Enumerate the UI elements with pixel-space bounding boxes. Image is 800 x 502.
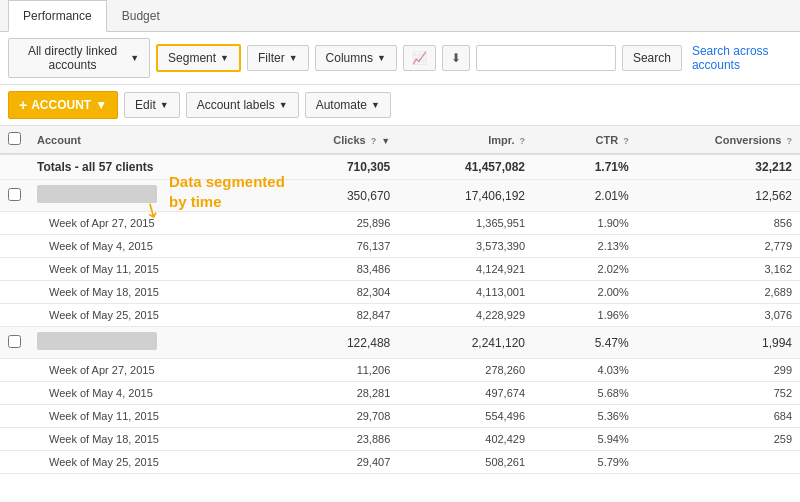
week-impr: 402,429: [398, 428, 533, 451]
filter-dropdown-btn[interactable]: Filter ▼: [247, 45, 309, 71]
columns-label: Columns: [326, 51, 373, 65]
week-conversions: 856: [637, 212, 800, 235]
account-clicks: 350,670: [270, 180, 398, 212]
search-input[interactable]: [476, 45, 616, 71]
clicks-col-header[interactable]: Clicks ? ▼: [270, 126, 398, 154]
week-impr: 278,260: [398, 359, 533, 382]
week-clicks: 29,708: [270, 405, 398, 428]
week-checkbox-cell: [0, 212, 29, 235]
week-row: Week of Apr 27, 201511,206278,2604.03%29…: [0, 359, 800, 382]
totals-label: Totals - all 57 clients: [29, 154, 270, 180]
week-label: Week of May 25, 2015: [29, 451, 270, 474]
account-impr: 17,406,192: [398, 180, 533, 212]
table-header-row: Account Clicks ? ▼ Impr. ? CTR ? Convers…: [0, 126, 800, 154]
row-checkbox-cell[interactable]: [0, 180, 29, 212]
toolbar-row2: + ACCOUNT ▼ Edit ▼ Account labels ▼ Auto…: [0, 85, 800, 126]
week-conversions: 3,162: [637, 258, 800, 281]
week-row: Week of Apr 27, 201525,8961,365,9511.90%…: [0, 212, 800, 235]
week-clicks: 11,206: [270, 359, 398, 382]
week-clicks: 29,407: [270, 451, 398, 474]
account-row: 122,4882,241,1205.47%1,994: [0, 327, 800, 359]
sort-icon: ▼: [381, 136, 390, 146]
toolbar-row1: All directly linked accounts ▼ Segment ▼…: [0, 32, 800, 85]
ctr-col-header[interactable]: CTR ?: [533, 126, 637, 154]
segment-label: Segment: [168, 51, 216, 65]
chevron-down-icon: ▼: [130, 53, 139, 63]
filter-label: Filter: [258, 51, 285, 65]
select-all-checkbox[interactable]: [8, 132, 21, 145]
week-conversions: 752: [637, 382, 800, 405]
account-conversions: 12,562: [637, 180, 800, 212]
totals-conversions: 32,212: [637, 154, 800, 180]
week-label: Week of Apr 27, 2015: [29, 359, 270, 382]
week-row: Week of May 4, 201576,1373,573,3902.13%2…: [0, 235, 800, 258]
totals-ctr: 1.71%: [533, 154, 637, 180]
week-impr: 4,124,921: [398, 258, 533, 281]
tab-budget[interactable]: Budget: [107, 0, 175, 32]
add-account-button[interactable]: + ACCOUNT ▼: [8, 91, 118, 119]
week-conversions: 299: [637, 359, 800, 382]
edit-label: Edit: [135, 98, 156, 112]
account-ctr: 2.01%: [533, 180, 637, 212]
week-label: Week of May 4, 2015: [29, 235, 270, 258]
week-checkbox-cell: [0, 428, 29, 451]
week-clicks: 23,886: [270, 428, 398, 451]
totals-checkbox-cell: [0, 154, 29, 180]
help-icon: ?: [787, 136, 793, 146]
chevron-down-icon: ▼: [279, 100, 288, 110]
week-clicks: 83,486: [270, 258, 398, 281]
conversions-col-header[interactable]: Conversions ?: [637, 126, 800, 154]
week-checkbox-cell: [0, 258, 29, 281]
week-ctr: 5.94%: [533, 428, 637, 451]
week-row: Week of May 18, 201523,886402,4295.94%25…: [0, 428, 800, 451]
week-impr: 497,674: [398, 382, 533, 405]
table-container: Account Clicks ? ▼ Impr. ? CTR ? Convers…: [0, 126, 800, 474]
account-name-cell: [29, 327, 270, 359]
row-checkbox[interactable]: [8, 335, 21, 348]
week-ctr: 1.96%: [533, 304, 637, 327]
totals-impr: 41,457,082: [398, 154, 533, 180]
edit-dropdown-btn[interactable]: Edit ▼: [124, 92, 180, 118]
tab-performance[interactable]: Performance: [8, 0, 107, 32]
totals-row: Totals - all 57 clients 710,305 41,457,0…: [0, 154, 800, 180]
automate-label: Automate: [316, 98, 367, 112]
week-checkbox-cell: [0, 235, 29, 258]
download-icon-btn[interactable]: ⬇: [442, 45, 470, 71]
automate-dropdown-btn[interactable]: Automate ▼: [305, 92, 391, 118]
week-impr: 554,496: [398, 405, 533, 428]
chevron-down-icon: ▼: [371, 100, 380, 110]
account-labels-dropdown-btn[interactable]: Account labels ▼: [186, 92, 299, 118]
search-across-accounts-link[interactable]: Search across accounts: [692, 44, 792, 72]
chart-icon-btn[interactable]: 📈: [403, 45, 436, 71]
chevron-down-icon: ▼: [220, 53, 229, 63]
accounts-dropdown-btn[interactable]: All directly linked accounts ▼: [8, 38, 150, 78]
week-conversions: 3,076: [637, 304, 800, 327]
week-ctr: 5.79%: [533, 451, 637, 474]
week-impr: 1,365,951: [398, 212, 533, 235]
row-checkbox-cell[interactable]: [0, 327, 29, 359]
week-impr: 4,113,001: [398, 281, 533, 304]
add-account-label: ACCOUNT: [31, 98, 91, 112]
week-ctr: 1.90%: [533, 212, 637, 235]
impr-col-header[interactable]: Impr. ?: [398, 126, 533, 154]
account-labels-label: Account labels: [197, 98, 275, 112]
week-conversions: 259: [637, 428, 800, 451]
week-clicks: 25,896: [270, 212, 398, 235]
select-all-checkbox-header[interactable]: [0, 126, 29, 154]
week-checkbox-cell: [0, 281, 29, 304]
plus-icon: +: [19, 97, 27, 113]
row-checkbox[interactable]: [8, 188, 21, 201]
search-button[interactable]: Search: [622, 45, 682, 71]
week-clicks: 76,137: [270, 235, 398, 258]
week-ctr: 2.13%: [533, 235, 637, 258]
account-col-header: Account: [29, 126, 270, 154]
columns-dropdown-btn[interactable]: Columns ▼: [315, 45, 397, 71]
week-label: Week of Apr 27, 2015: [29, 212, 270, 235]
segment-dropdown-btn[interactable]: Segment ▼: [156, 44, 241, 72]
help-icon: ?: [371, 136, 377, 146]
account-name-blurred: [37, 332, 157, 350]
account-name-cell: Data segmentedby time↙: [29, 180, 270, 212]
week-row: Week of May 11, 201529,708554,4965.36%68…: [0, 405, 800, 428]
chevron-down-icon: ▼: [160, 100, 169, 110]
week-label: Week of May 4, 2015: [29, 382, 270, 405]
